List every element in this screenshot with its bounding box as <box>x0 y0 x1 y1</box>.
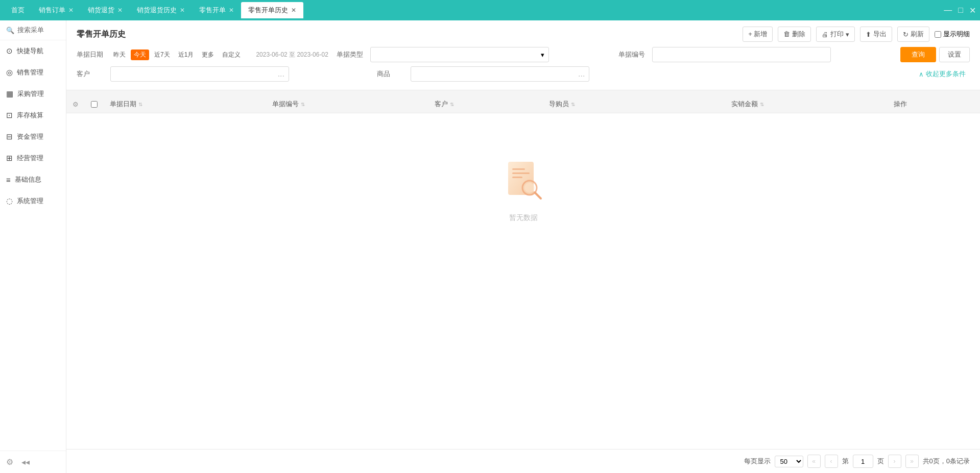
tab-retail-open-history-close[interactable]: ✕ <box>291 7 296 14</box>
collapse-button[interactable]: ∧ 收起更多条件 <box>915 68 970 80</box>
tab-sales-return[interactable]: 销货退货 ✕ <box>81 2 130 18</box>
th-customer-sort[interactable]: 客户 ⇅ <box>435 99 537 109</box>
close-button[interactable]: ✕ <box>969 6 976 15</box>
sidebar-item-quick-nav-label: 快捷导航 <box>17 46 43 56</box>
table-settings-icon[interactable]: ⚙ <box>73 101 79 108</box>
customer-input[interactable] <box>115 70 276 78</box>
tab-sales-return-history[interactable]: 销货退货历史 ✕ <box>130 2 192 18</box>
print-button[interactable]: 🖨 打印 ▾ <box>816 27 855 42</box>
sidebar-item-sales-mgmt[interactable]: ◎ 销售管理 <box>0 62 66 83</box>
customer-input-wrap[interactable]: ... <box>110 66 289 82</box>
display-detail-checkbox[interactable] <box>935 31 941 38</box>
th-action: 操作 <box>888 95 980 113</box>
finance-icon: ⊟ <box>6 132 13 141</box>
minimize-button[interactable]: — <box>944 6 952 15</box>
goods-label: 商品 <box>377 69 408 79</box>
maximize-button[interactable]: □ <box>958 6 963 15</box>
svg-rect-3 <box>512 177 522 178</box>
delete-button[interactable]: 🗑 删除 <box>778 27 811 42</box>
tab-retail-open-label: 零售开单 <box>199 6 226 15</box>
th-check <box>85 95 104 113</box>
date-opt-custom[interactable]: 自定义 <box>219 49 244 60</box>
export-button[interactable]: ⬆ 导出 <box>860 27 892 42</box>
search-icon: 🔍 <box>6 27 14 34</box>
total-info: 共0页，0条记录 <box>923 457 970 466</box>
sidebar-item-base-info[interactable]: ≡ 基础信息 <box>0 169 66 190</box>
query-btn-group: 查询 设置 <box>900 47 970 62</box>
th-date: 单据日期 ⇅ <box>104 95 266 113</box>
th-date-sort[interactable]: 单据日期 ⇅ <box>110 99 260 109</box>
first-page-button[interactable]: « <box>807 455 821 468</box>
sidebar-item-inventory[interactable]: ⊡ 库存核算 <box>0 105 66 126</box>
sidebar-item-quick-nav[interactable]: ⊙ 快捷导航 <box>0 40 66 62</box>
tab-retail-open-close[interactable]: ✕ <box>229 7 234 14</box>
tab-sales-return-history-close[interactable]: ✕ <box>180 7 185 14</box>
doc-type-arrow-icon: ▾ <box>541 51 544 59</box>
empty-text: 暂无数据 <box>509 213 538 222</box>
print-label: 打印 <box>830 30 844 39</box>
page-number-input[interactable] <box>853 455 873 468</box>
add-button[interactable]: + 新增 <box>743 27 773 42</box>
customer-label: 客户 <box>77 69 107 79</box>
svg-line-4 <box>535 192 541 198</box>
date-options: 昨天 今天 近7天 近1月 更多 自定义 <box>110 49 244 60</box>
tab-sales-order-close[interactable]: ✕ <box>68 7 74 14</box>
doc-type-label: 单据类型 <box>337 50 367 59</box>
th-doc-no-sort[interactable]: 单据编号 ⇅ <box>272 99 422 109</box>
table-area: ⚙ 单据日期 ⇅ <box>66 95 980 449</box>
th-customer-label: 客户 <box>435 99 448 109</box>
sidebar-item-finance[interactable]: ⊟ 资金管理 <box>0 126 66 147</box>
per-page-select[interactable]: 20 50 100 200 <box>775 456 803 467</box>
tab-sales-return-close[interactable]: ✕ <box>117 7 123 14</box>
th-date-label: 单据日期 <box>110 99 136 109</box>
sidebar-search[interactable]: 🔍 搜索采单 <box>0 20 66 40</box>
select-all-checkbox[interactable] <box>91 101 98 108</box>
sidebar-item-system[interactable]: ◌ 系统管理 <box>0 190 66 212</box>
sidebar-item-operations[interactable]: ⊞ 经营管理 <box>0 147 66 169</box>
date-opt-last1m[interactable]: 近1月 <box>175 49 197 60</box>
th-guide-sort[interactable]: 导购员 ⇅ <box>549 99 675 109</box>
date-opt-today[interactable]: 今天 <box>131 49 149 60</box>
content-area: 零售开单历史 + 新增 🗑 删除 🖨 打印 ▾ ⬆ 导出 ↻ <box>66 20 980 473</box>
table-header-row: ⚙ 单据日期 ⇅ <box>66 95 980 113</box>
date-filter-group: 单据日期 昨天 今天 近7天 近1月 更多 自定义 2023-06-02 至 2… <box>77 49 328 60</box>
display-detail-toggle[interactable]: 显示明细 <box>935 30 970 39</box>
th-guide-sort-icon: ⇅ <box>571 102 575 107</box>
page-title: 零售开单历史 <box>77 29 126 40</box>
main-layout: 🔍 搜索采单 ⊙ 快捷导航 ◎ 销售管理 ▦ 采购管理 ⊡ 库存核算 ⊟ 资金管… <box>0 20 980 473</box>
sidebar-collapse-btn[interactable]: ◂◂ <box>21 457 30 467</box>
th-amount-sort[interactable]: 实销金额 ⇅ <box>731 99 881 109</box>
doc-no-input[interactable] <box>657 51 826 59</box>
page-header-section: 零售开单历史 + 新增 🗑 删除 🖨 打印 ▾ ⬆ 导出 ↻ <box>66 20 980 90</box>
tab-home[interactable]: 首页 <box>4 2 32 18</box>
doc-no-input-wrap[interactable] <box>652 47 831 62</box>
data-table: ⚙ 单据日期 ⇅ <box>66 95 980 263</box>
settings-button[interactable]: 设置 <box>939 47 970 62</box>
th-action-label: 操作 <box>894 100 907 108</box>
date-opt-last7[interactable]: 近7天 <box>151 49 173 60</box>
table-header: ⚙ 单据日期 ⇅ <box>66 95 980 113</box>
th-customer-sort-icon: ⇅ <box>450 102 454 107</box>
sidebar-settings-btn[interactable]: ⚙ <box>6 457 13 467</box>
tab-retail-open-history[interactable]: 零售开单历史 ✕ <box>241 2 303 18</box>
date-opt-more[interactable]: 更多 <box>199 49 217 60</box>
goods-input-wrap[interactable]: ... <box>411 66 589 82</box>
refresh-button[interactable]: ↻ 刷新 <box>897 27 929 42</box>
customer-dots-icon[interactable]: ... <box>278 69 284 79</box>
th-doc-no-label: 单据编号 <box>272 99 299 109</box>
sidebar-item-purchase-mgmt[interactable]: ▦ 采购管理 <box>0 83 66 105</box>
query-button[interactable]: 查询 <box>900 47 936 62</box>
date-opt-yesterday[interactable]: 昨天 <box>110 49 129 60</box>
next-page-button[interactable]: › <box>888 455 901 468</box>
tab-retail-open[interactable]: 零售开单 ✕ <box>192 2 241 18</box>
purchase-mgmt-icon: ▦ <box>6 89 13 98</box>
goods-input[interactable] <box>415 70 576 78</box>
tab-sales-order[interactable]: 销售订单 ✕ <box>32 2 81 18</box>
export-label: 导出 <box>873 30 887 39</box>
doc-type-select[interactable]: ▾ <box>370 47 549 62</box>
last-page-button[interactable]: » <box>905 455 919 468</box>
goods-dots-icon[interactable]: ... <box>578 69 585 79</box>
prev-page-button[interactable]: ‹ <box>825 455 838 468</box>
empty-illustration <box>498 154 549 205</box>
th-amount-label: 实销金额 <box>731 99 758 109</box>
